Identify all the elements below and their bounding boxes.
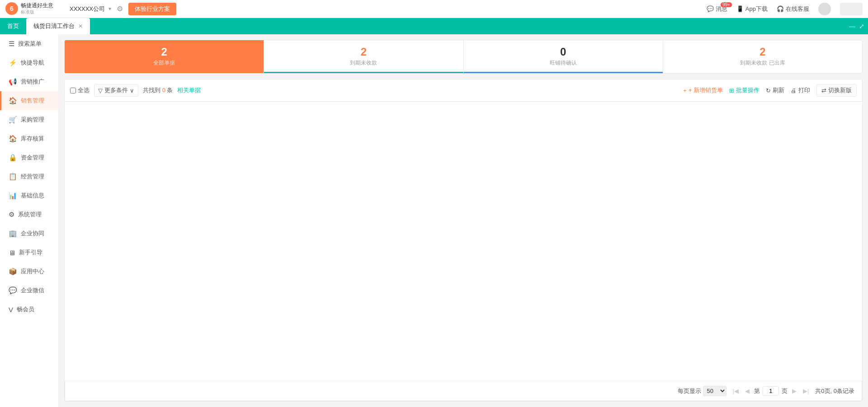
stat-card-all[interactable]: 2 全部单据 [65,40,264,73]
app-version: 标准版 [21,9,53,15]
finance-icon: 🔒 [9,154,17,162]
switch-version-button[interactable]: ⇄ 切换新版 [816,84,857,97]
sales-icon: 🏠 [9,97,17,105]
settings-button[interactable]: ⚙ [117,5,123,13]
sidebar-item-system[interactable]: ⚙ 系统管理 [0,205,58,224]
stat-label-shipped: 到期未收款 已出库 [740,59,785,67]
select-all-checkbox[interactable]: 全选 [70,86,90,94]
message-icon: 💬 [707,5,714,12]
sidebar-item-app-center[interactable]: 📦 应用中心 [0,262,58,281]
table-area: 每页显示 50 100 200 |◀ ◀ 第 页 ▶ ▶| 共0页, 0 [64,102,863,402]
found-text: 共找到 0 条 [143,86,173,94]
add-sales-button[interactable]: + + 新增销货单 [683,86,723,94]
more-filter-button[interactable]: ▽ 更多条件 ∨ [94,84,138,97]
sidebar-item-member[interactable]: V 畅会员 [0,300,58,319]
page-size-selector: 每页显示 50 100 200 [678,386,726,396]
page-size-select[interactable]: 50 100 200 [703,386,726,396]
plus-icon: + [683,87,687,94]
stat-card-wangpu[interactable]: 0 旺铺待确认 [464,40,663,73]
inventory-icon: 🏠 [9,135,17,143]
main-layout: ☰ 搜索菜单 ⚡ 快捷导航 📢 营销推广 🏠 销售管理 🛒 采购管理 🏠 库存核… [0,34,868,407]
stat-card-overdue[interactable]: 2 到期未收款 [264,40,463,73]
tab-work-bench[interactable]: 钱货日清工作台 ✕ [26,18,90,34]
stat-indicator-overdue [264,72,463,73]
logo-icon: 6 [5,2,18,15]
quick-nav-icon: ⚡ [9,59,17,67]
app-download-button[interactable]: 📱 App下载 [736,5,768,13]
refresh-button[interactable]: ↻ 刷新 [766,86,784,94]
sidebar: ☰ 搜索菜单 ⚡ 快捷导航 📢 营销推广 🏠 销售管理 🛒 采购管理 🏠 库存核… [0,34,59,407]
pagination: 每页显示 50 100 200 |◀ ◀ 第 页 ▶ ▶| 共0页, 0 [65,381,862,401]
filter-icon: ▽ [98,87,103,94]
sidebar-item-enterprise[interactable]: 🏢 企业协同 [0,224,58,243]
first-page-button[interactable]: |◀ [731,387,741,395]
sidebar-item-finance[interactable]: 🔒 资金管理 [0,148,58,167]
stat-label-wangpu: 旺铺待确认 [550,59,577,67]
stat-indicator-all [65,72,264,73]
nav-right-icons: — ⤢ [849,23,868,30]
online-service-button[interactable]: 🎧 在线客服 [777,5,809,13]
logo-area: 6 畅捷通好生意 标准版 [5,2,64,15]
sidebar-item-marketing[interactable]: 📢 营销推广 [0,72,58,91]
purchase-icon: 🛒 [9,116,17,124]
batch-icon: ⊞ [729,87,734,94]
trial-button[interactable]: 体验行业方案 [128,3,176,15]
last-page-button[interactable]: ▶| [801,387,811,395]
header-right: 💬 消息 99+ 📱 App下载 🎧 在线客服 [707,3,863,15]
total-text: 共0页, 0条记录 [815,387,854,395]
company-name: XXXXXX公司 [70,5,105,13]
user-name-placeholder [840,3,863,15]
tab-close-icon[interactable]: ✕ [78,23,83,29]
switch-icon: ⇄ [821,87,826,94]
stat-label-overdue: 到期未收款 [350,59,377,67]
refresh-icon: ↻ [766,87,771,94]
stat-number-wangpu: 0 [560,47,566,57]
marketing-icon: 📢 [9,78,17,86]
stat-indicator-wangpu [464,72,663,73]
prev-page-button[interactable]: ◀ [743,387,751,395]
minimize-icon[interactable]: — [849,23,855,30]
toolbar-right: + + 新增销货单 ⊞ 批量操作 ↻ 刷新 🖨 打印 ⇄ 切换新版 [683,84,857,97]
content-area: 2 全部单据 2 到期未收款 0 旺铺待确认 2 到期未收款 已出库 [59,34,868,407]
wechat-icon: 💬 [9,286,17,295]
enterprise-icon: 🏢 [9,229,17,238]
chevron-filter-icon: ∨ [130,87,134,94]
next-page-button[interactable]: ▶ [790,387,798,395]
sidebar-item-sales[interactable]: 🏠 销售管理 [0,91,58,110]
page-nav: |◀ ◀ 第 页 ▶ ▶| [731,386,811,396]
stat-number-all: 2 [161,47,167,57]
app-center-icon: 📦 [9,267,17,276]
basic-info-icon: 📊 [9,192,17,200]
search-menu-icon: ☰ [9,40,14,48]
related-link[interactable]: 相关单据 [177,86,201,94]
system-icon: ⚙ [9,211,14,219]
chevron-down-icon: ▼ [108,6,112,11]
company-selector[interactable]: XXXXXX公司 ▼ [70,5,112,13]
select-all-input[interactable] [70,88,76,94]
sidebar-item-guide[interactable]: 🖥 新手引导 [0,243,58,262]
stats-row: 2 全部单据 2 到期未收款 0 旺铺待确认 2 到期未收款 已出库 [64,40,863,74]
tab-home[interactable]: 首页 [0,18,26,34]
sidebar-item-purchase[interactable]: 🛒 采购管理 [0,110,58,129]
sidebar-item-basic-info[interactable]: 📊 基础信息 [0,186,58,205]
messages-badge: 99+ [721,2,732,7]
table-empty-state [65,102,862,381]
batch-ops-button[interactable]: ⊞ 批量操作 [729,86,760,94]
expand-icon[interactable]: ⤢ [859,23,864,30]
sidebar-item-quick-nav[interactable]: ⚡ 快捷导航 [0,53,58,72]
service-icon: 🎧 [777,5,784,12]
found-count: 0 [162,87,165,94]
member-icon: V [9,306,13,313]
stat-number-overdue: 2 [361,47,367,57]
page-input[interactable] [763,386,779,396]
toolbar: 全选 ▽ 更多条件 ∨ 共找到 0 条 相关单据 + + 新增销货单 ⊞ [64,79,863,102]
avatar[interactable] [818,3,831,15]
sidebar-item-wechat[interactable]: 💬 企业微信 [0,281,58,300]
messages-button[interactable]: 💬 消息 99+ [707,5,727,13]
operations-icon: 📋 [9,173,17,181]
print-button[interactable]: 🖨 打印 [791,86,810,94]
sidebar-item-search-menu[interactable]: ☰ 搜索菜单 [0,34,58,53]
sidebar-item-operations[interactable]: 📋 经营管理 [0,167,58,186]
sidebar-item-inventory[interactable]: 🏠 库存核算 [0,129,58,148]
stat-card-shipped[interactable]: 2 到期未收款 已出库 [663,40,862,73]
